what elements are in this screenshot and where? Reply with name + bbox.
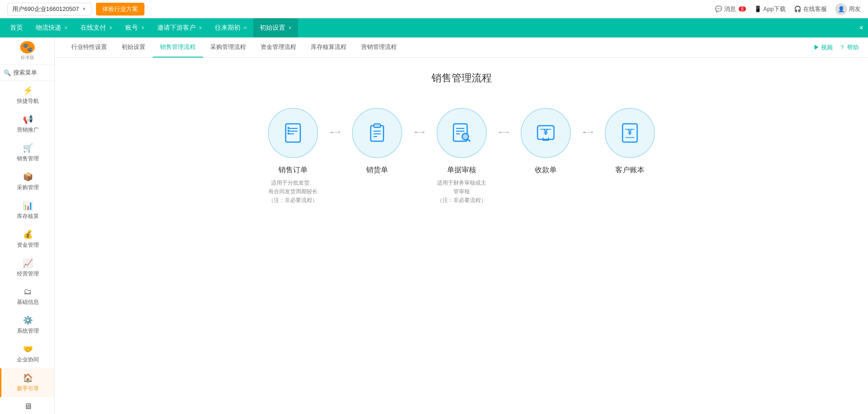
sidebar-item-app-center[interactable]: 🖥 应用中心 — [0, 397, 54, 414]
nav-item-init[interactable]: 初始设置 × — [253, 18, 298, 37]
nav-item-home[interactable]: 首页 — [4, 18, 29, 37]
doc-search-icon — [450, 121, 474, 145]
close-icon[interactable]: × — [199, 25, 202, 31]
nav-item-period[interactable]: 往来期初 × — [208, 18, 253, 37]
tab-marketing-flow[interactable]: 营销管理流程 — [354, 37, 404, 58]
search-icon: 🔍 — [4, 69, 11, 76]
step-desc: 适用于财务审核或主管审核（注：非必要流程） — [437, 179, 486, 205]
step-name: 客户账本 — [615, 165, 644, 175]
flow-step-receipt[interactable]: ¥ 收款单 — [509, 108, 582, 179]
message-badge: 6 — [739, 6, 746, 11]
svg-rect-8 — [374, 124, 380, 127]
sidebar-item-operation[interactable]: 📈 经营管理 — [0, 254, 54, 282]
tab-sales-flow[interactable]: 销售管理流程 — [153, 37, 203, 58]
nav-bar-close-icon[interactable]: × — [859, 24, 863, 32]
flow-step-sales-invoice[interactable]: 销货单 — [341, 108, 414, 179]
clipboard-icon — [365, 121, 389, 145]
help-link[interactable]: ？ 帮助 — [839, 43, 859, 52]
sidebar-item-label: 采购管理 — [17, 184, 39, 191]
flow-step-sales-order[interactable]: 销售订单 适用于分批发货、有合同发货周期较长（注：非必要流程） — [256, 108, 330, 205]
main-layout: 🐾 标准版 🔍 搜索菜单 ⚡ 快捷导航 📢 营销推广 🛒 销售管理 📦 采购管理… — [0, 37, 868, 414]
sidebar-item-quick-nav[interactable]: ⚡ 快捷导航 — [0, 81, 54, 110]
sidebar-item-marketing[interactable]: 📢 营销推广 — [0, 110, 54, 138]
chart-icon: 📊 — [23, 201, 33, 211]
logo-text: 标准版 — [21, 54, 34, 61]
content-area: 行业特性设置 初始设置 销售管理流程 采购管理流程 资金管理流程 库存核算流程 … — [55, 37, 868, 414]
flow-title: 销售管理流程 — [431, 71, 492, 85]
flow-arrow-3: ···→ — [498, 108, 509, 138]
user-menu-label: 用友 — [849, 5, 861, 13]
sidebar-item-label: 资金管理 — [17, 241, 39, 249]
app-download-item[interactable]: 📱 App下载 — [754, 5, 786, 13]
step-circle-sales-order — [268, 108, 318, 158]
tab-inventory-flow[interactable]: 库存核算流程 — [304, 37, 354, 58]
app-icon: 📱 — [754, 5, 761, 12]
step-desc: 适用于分批发货、有合同发货周期较长（注：非必要流程） — [268, 179, 318, 205]
user-menu-item[interactable]: 👤 用友 — [835, 3, 861, 15]
lightning-icon: ⚡ — [23, 85, 33, 96]
nav-item-invite[interactable]: 邀请下游客户 × — [151, 18, 208, 37]
handshake-icon: 🤝 — [23, 344, 33, 354]
svg-rect-4 — [288, 127, 289, 129]
flow-arrow-1: ···→ — [330, 108, 341, 138]
nav-item-label: 物流快递 — [36, 24, 61, 32]
tab-init-settings[interactable]: 初始设置 — [114, 37, 153, 58]
close-icon[interactable]: × — [64, 25, 68, 31]
sidebar-item-finance[interactable]: 💰 资金管理 — [0, 225, 54, 254]
svg-rect-6 — [288, 133, 289, 134]
step-circle-customer-ledger: ¥ — [605, 108, 655, 158]
avatar: 👤 — [835, 3, 847, 15]
trending-icon: 📈 — [23, 258, 33, 268]
close-icon[interactable]: × — [288, 25, 292, 31]
sidebar-item-inventory[interactable]: 📊 库存核算 — [0, 196, 54, 225]
logo-icon: 🐾 — [20, 41, 35, 53]
sidebar-item-basic-info[interactable]: 🗂 基础信息 — [0, 282, 54, 311]
tab-label: 库存核算流程 — [311, 43, 346, 51]
close-icon[interactable]: × — [109, 25, 112, 31]
close-icon[interactable]: × — [244, 25, 247, 31]
step-circle-doc-review — [437, 108, 487, 158]
nav-item-logistics[interactable]: 物流快递 × — [29, 18, 74, 37]
sidebar-item-system[interactable]: ⚙️ 系统管理 — [0, 311, 54, 340]
close-icon[interactable]: × — [141, 25, 144, 31]
svg-rect-5 — [288, 130, 289, 132]
flow-step-doc-review[interactable]: 单据审核 适用于财务审核或主管审核（注：非必要流程） — [425, 108, 498, 205]
video-link[interactable]: ▶ 视频 — [814, 43, 833, 52]
nav-item-label: 账号 — [125, 24, 138, 32]
nav-item-payment[interactable]: 在线支付 × — [74, 18, 119, 37]
step-circle-sales-invoice — [352, 108, 402, 158]
nav-item-label: 往来期初 — [215, 24, 240, 32]
sidebar-item-purchase[interactable]: 📦 采购管理 — [0, 167, 54, 196]
sidebar-item-label: 库存核算 — [17, 212, 39, 220]
sidebar-search[interactable]: 🔍 搜索菜单 — [0, 65, 54, 81]
flow-step-customer-ledger[interactable]: ¥ 客户账本 — [593, 108, 666, 179]
sidebar-item-enterprise-collab[interactable]: 🤝 企业协同 — [0, 340, 54, 368]
gear-icon: ⚙️ — [23, 315, 33, 325]
sidebar-item-sales[interactable]: 🛒 销售管理 — [0, 138, 54, 167]
money-icon: 💰 — [23, 229, 33, 239]
box-icon: 📦 — [23, 172, 33, 182]
message-icon-item[interactable]: 💬 消息 6 — [715, 5, 746, 13]
message-label: 消息 — [724, 5, 736, 13]
nav-item-account[interactable]: 账号 × — [119, 18, 151, 37]
trial-button[interactable]: 体验行业方案 — [96, 3, 144, 16]
tab-industry-settings[interactable]: 行业特性设置 — [64, 37, 114, 58]
flow-arrow-4: ···→ — [582, 108, 593, 138]
sidebar-item-label: 基础信息 — [17, 298, 39, 306]
step-name: 销货单 — [366, 165, 388, 175]
sidebar-item-label: 销售管理 — [17, 155, 39, 163]
user-selector[interactable]: 用户690企业1660120507 ▼ — [7, 3, 91, 16]
service-label: 在线客服 — [803, 5, 827, 13]
sidebar-item-label: 快捷导航 — [17, 97, 39, 105]
flow-content: 销售管理流程 销售订 — [55, 58, 868, 414]
doc-list-icon — [281, 121, 305, 145]
service-item[interactable]: 🎧 在线客服 — [794, 5, 827, 13]
nav-item-label: 首页 — [10, 24, 23, 32]
tab-purchase-flow[interactable]: 采购管理流程 — [203, 37, 253, 58]
tab-label: 采购管理流程 — [210, 43, 246, 51]
tab-finance-flow[interactable]: 资金管理流程 — [253, 37, 304, 58]
home-icon: 🏠 — [23, 373, 33, 383]
tab-label: 行业特性设置 — [71, 43, 107, 51]
sidebar-item-new-guide[interactable]: 🏠 新手引导 — [0, 368, 54, 397]
step-name: 收款单 — [535, 165, 557, 175]
